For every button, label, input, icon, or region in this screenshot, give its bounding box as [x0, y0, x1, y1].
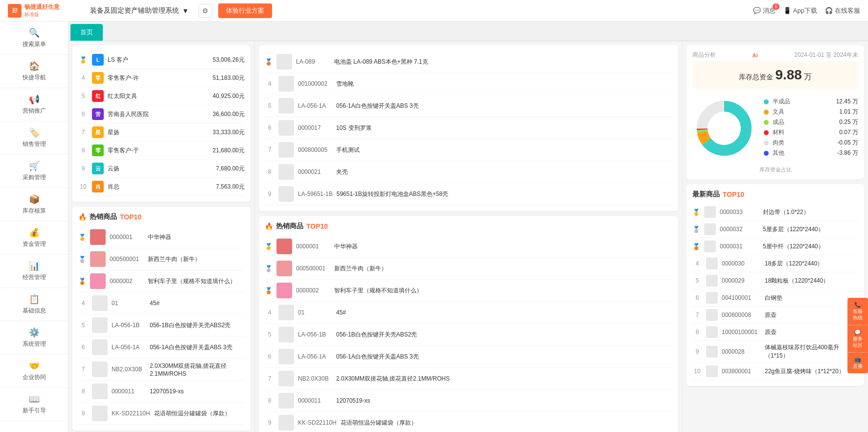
product-image-placeholder [278, 415, 294, 431]
hot-item: 5 LA-056-1B 056-1B白色按键开关壳ABS2壳 [265, 324, 672, 346]
stock-summary-card: 商品分析 Ai 2024-01-01 至 2024年末 库存总资金 9.88 万 [686, 45, 864, 179]
product-image-placeholder [276, 54, 292, 70]
phone-icon: 📱 [783, 7, 791, 14]
product-image [276, 283, 292, 298]
product-image-placeholder [92, 295, 108, 311]
sidebar-label-marketing: 营销推广 [23, 107, 46, 115]
customer-avatar: 肖 [92, 181, 104, 192]
logo-area: 好 畅捷通好生意 标准版 [8, 3, 76, 18]
new-item: 7 000800008 原壶 [692, 307, 858, 324]
hot-item: 🥉 0000002 智利车子里（规格不知道填什么） [265, 280, 672, 302]
message-button[interactable]: 💬 消息 6 [753, 6, 776, 15]
product-image-placeholder [706, 346, 718, 358]
sidebar-item-finance[interactable]: 💰 资金管理 [0, 221, 68, 255]
customer-service-button[interactable]: 📞 客服热线 [847, 298, 868, 325]
sidebar-item-guide[interactable]: 📖 新手引导 [0, 388, 68, 421]
sidebar-item-inventory[interactable]: 📦 库存核算 [0, 188, 68, 221]
product-image-placeholder [706, 258, 718, 269]
main-content: 🥇 L LS 客户 53,006.26元 4 零 零售客户-许 51,183.0… [69, 41, 868, 432]
customer-avatar: 零 [92, 144, 104, 156]
basics-icon: 📋 [29, 294, 40, 305]
search-icon: 🔍 [29, 27, 40, 38]
chart-sub-label: 库存资金占比 [692, 166, 858, 173]
new-item: 8 10000100001 原壶 [692, 324, 858, 341]
rank-item: 4 零 零售客户-许 51,183.00元 [78, 69, 245, 87]
customer-avatar: 零 [92, 72, 104, 84]
left-column: 🥇 L LS 客户 53,006.26元 4 零 零售客户-许 51,183.0… [69, 41, 254, 432]
hot-item: 4 001000002 雪地靴 [265, 73, 672, 95]
community-button[interactable]: 💬 服务社区 [847, 325, 868, 353]
legend-dot [764, 110, 769, 115]
hot-item: 6 0000017 10S 变刑罗浆 [265, 117, 672, 139]
sidebar-item-search[interactable]: 🔍 搜索菜单 [0, 22, 68, 55]
rank-item: 10 肖 肖总 7,563.00元 [78, 178, 245, 196]
sidebar-item-collab[interactable]: 🤝 企业协同 [0, 355, 68, 388]
product-image-placeholder [92, 406, 108, 421]
hot-icon: 🔥 [78, 213, 87, 221]
sidebar-label-purchase: 采购管理 [23, 173, 46, 182]
gear-button[interactable]: ⚙ [199, 4, 212, 18]
legend-dot [764, 130, 769, 135]
hot-item: 8 0000011 12070519-xs [78, 381, 245, 403]
product-image-placeholder [704, 240, 716, 252]
rank-item: 9 云 云扬 7,680.00元 [78, 160, 245, 178]
hot-item: 9 KK-SD22110H 花语萌恒温分罐罐袋（厚款） [78, 403, 245, 425]
trial-button[interactable]: 体验行业方案 [218, 3, 272, 18]
product-image-placeholder [278, 371, 294, 386]
bronze-medal-icon: 🥉 [692, 243, 700, 250]
system-selector[interactable]: 装备及固定资产辅助管理系统 ▼ [86, 4, 193, 17]
live-icon: 📺 [849, 357, 866, 363]
product-image [90, 273, 106, 289]
sidebar-item-purchase[interactable]: 🛒 采购管理 [0, 155, 68, 188]
hot-icon: 🔥 [265, 222, 273, 230]
sidebar-item-sales[interactable]: 🏷️ 销售管理 [0, 121, 68, 155]
live-button[interactable]: 📺 直播 [847, 353, 868, 373]
customer-avatar: L [92, 54, 104, 66]
customer-avatar: 星 [92, 126, 104, 138]
product-image-placeholder [278, 120, 294, 136]
sidebar-item-basics[interactable]: 📋 基础信息 [0, 288, 68, 321]
product-image-placeholder [706, 275, 718, 287]
new-item: 10 003800001 22g鱼豆腐-烧烤味（1*12*20） [692, 363, 858, 380]
product-image-placeholder [704, 206, 716, 218]
new-item: 🥇 0000033 封边带（1.0*22） [692, 204, 858, 221]
silver-medal-icon: 🥈 [78, 256, 86, 263]
new-products-title: 最新商品 TOP10 [692, 190, 858, 199]
product-image-placeholder [278, 142, 294, 158]
sidebar-item-marketing[interactable]: 📢 营销推广 [0, 88, 68, 121]
tab-home[interactable]: 首页 [70, 24, 103, 41]
hot-item: 🥈 000500001 新西兰牛肉（新牛） [265, 258, 672, 280]
hot-item: 6 LA-056-1A 056-1A白色按键开关盖ABS 3壳 [265, 346, 672, 368]
sidebar-item-system[interactable]: ⚙️ 系统管理 [0, 321, 68, 355]
sidebar-item-operations[interactable]: 📊 经营管理 [0, 255, 68, 288]
system-icon: ⚙️ [29, 327, 40, 338]
phone-icon: 📞 [849, 302, 866, 308]
sidebar-label-inventory: 库存核算 [23, 207, 46, 215]
guide-icon: 📖 [29, 394, 40, 405]
gold-medal-icon: 🥇 [78, 234, 86, 241]
donut-chart [692, 96, 756, 160]
sidebar-label-guide: 新手引导 [23, 407, 46, 415]
product-image-placeholder [92, 317, 108, 333]
hot-products-card: 🔥 热销商品 TOP10 🥇 0000001 中华神器 🥈 000500001 … [72, 207, 251, 431]
legend-item-meat: 肉类 -0.05 万 [764, 139, 858, 147]
rank-item: 🥇 L LS 客户 53,006.26元 [78, 51, 245, 69]
nav-tabs: 首页 [69, 22, 868, 41]
sidebar-item-quicknav[interactable]: 🏠 快捷导航 [0, 55, 68, 88]
app-download-button[interactable]: 📱 App下载 [783, 6, 817, 15]
silver-medal-icon: 🥈 [692, 226, 700, 233]
rank-item: 5 红 红太阳文具 40,925.00元 [78, 87, 245, 105]
sidebar-label-finance: 资金管理 [23, 240, 46, 248]
hot-item: 5 LA-056-1B 056-1B白色按键开关壳ABS2壳 [78, 314, 245, 336]
product-image-placeholder [706, 326, 718, 338]
hot-item: 4 01 45# [78, 292, 245, 314]
finance-icon: 💰 [29, 227, 40, 238]
stock-chart-area: 半成品 12.45 万 文具 1.01 万 [692, 93, 858, 164]
community-icon: 💬 [849, 329, 866, 336]
hot-item: 8 0000011 12070519-xs [265, 390, 672, 412]
gold-medal-icon: 🥇 [692, 209, 700, 216]
online-service-button[interactable]: 🎧 在线客服 [825, 6, 860, 15]
stock-total-display: 库存总资金 9.88 万 [692, 61, 858, 89]
product-image-placeholder [278, 349, 294, 364]
customer-avatar: 云 [92, 163, 104, 174]
